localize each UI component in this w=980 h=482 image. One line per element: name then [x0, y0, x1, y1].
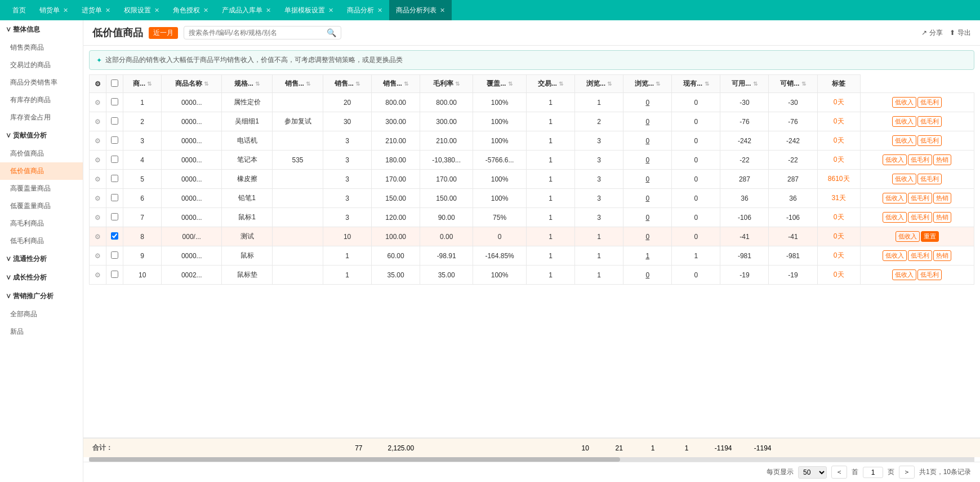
browse1-cell[interactable]: 0	[623, 189, 672, 208]
checkbox-cell[interactable]	[106, 131, 123, 151]
sidebar-item-high-margin[interactable]: 高毛利商品	[0, 215, 83, 232]
checkbox-cell[interactable]	[106, 93, 123, 112]
row-checkbox[interactable]	[111, 98, 118, 105]
sidebar-item-sales-products[interactable]: 销售类商品	[0, 39, 83, 56]
sort-icon[interactable]: ⇅	[508, 81, 513, 87]
tag-label[interactable]: 低收入	[892, 135, 916, 146]
sort-icon[interactable]: ⇅	[801, 81, 806, 87]
tag-label[interactable]: 低收入	[883, 212, 907, 223]
tag-label[interactable]: 低收入	[892, 116, 916, 127]
browse1-cell[interactable]: 0	[623, 227, 672, 246]
tag-label[interactable]: 低毛利	[908, 250, 932, 261]
per-page-select[interactable]: 50 20 100	[798, 466, 827, 479]
close-icon[interactable]: ✕	[63, 7, 68, 14]
checkbox-cell[interactable]	[106, 189, 123, 208]
sort-icon[interactable]: ⇅	[753, 81, 758, 87]
sidebar-group-growth[interactable]: ∨ 成长性分析	[0, 268, 83, 287]
settings-cell[interactable]: ⚙	[90, 246, 106, 266]
browse1-cell[interactable]: 0	[623, 151, 672, 170]
close-icon[interactable]: ✕	[203, 7, 208, 14]
row-checkbox[interactable]	[111, 175, 118, 182]
sidebar-item-stock-products[interactable]: 有库存的商品	[0, 91, 83, 109]
select-all-checkbox[interactable]	[111, 79, 118, 87]
nav-home[interactable]: 首页	[6, 0, 33, 20]
tag-label[interactable]: 低毛利	[908, 193, 932, 204]
page-input[interactable]	[863, 467, 883, 478]
settings-cell[interactable]: ⚙	[90, 189, 106, 208]
nav-purchase-order[interactable]: 进货单 ✕	[75, 0, 117, 20]
search-input[interactable]	[189, 29, 327, 37]
close-icon[interactable]: ✕	[440, 7, 445, 14]
tag-label[interactable]: 低收入	[883, 250, 907, 261]
row-checkbox[interactable]	[111, 213, 118, 220]
sidebar-group-marketing[interactable]: ∨ 营销推广分析	[0, 287, 83, 306]
sort-icon[interactable]: ⇅	[147, 81, 152, 87]
tag-label[interactable]: 低收入	[896, 231, 920, 242]
share-button[interactable]: ↗ 分享	[921, 28, 943, 38]
sidebar-group-overall[interactable]: ∨ 整体信息	[0, 20, 83, 39]
sort-icon[interactable]: ⇅	[355, 81, 360, 87]
close-icon[interactable]: ✕	[105, 7, 110, 14]
nav-sales-order[interactable]: 销货单 ✕	[33, 0, 75, 20]
close-icon[interactable]: ✕	[154, 7, 159, 14]
sort-icon[interactable]: ⇅	[455, 81, 460, 87]
nav-template-settings[interactable]: 单据模板设置 ✕	[278, 0, 340, 20]
tag-label[interactable]: 热销	[933, 154, 951, 165]
horizontal-scrollbar[interactable]	[89, 457, 974, 462]
first-page-button[interactable]: ＜	[831, 466, 847, 479]
table-container[interactable]: ⚙ 商... ⇅ 商品名称 ⇅ 规格... ⇅ 销售... ⇅ 销售... ⇅ …	[83, 74, 980, 437]
sidebar-item-category-sales-rate[interactable]: 商品分类销售率	[0, 74, 83, 91]
tag-label[interactable]: 低毛利	[917, 135, 942, 146]
settings-cell[interactable]: ⚙	[90, 93, 106, 112]
sidebar-item-traded-products[interactable]: 交易过的商品	[0, 56, 83, 74]
export-button[interactable]: ⬆ 导出	[950, 28, 971, 38]
browse1-cell[interactable]: 0	[623, 112, 672, 131]
sidebar-item-stock-capital[interactable]: 库存资金占用	[0, 109, 83, 126]
row-checkbox[interactable]	[111, 271, 118, 278]
sidebar-item-all-products[interactable]: 全部商品	[0, 306, 83, 323]
sidebar-group-contribution[interactable]: ∨ 贡献值分析	[0, 126, 83, 145]
settings-cell[interactable]: ⚙	[90, 112, 106, 131]
settings-cell[interactable]: ⚙	[90, 266, 106, 285]
tag-label[interactable]: 低收入	[883, 154, 907, 165]
sort-icon[interactable]: ⇅	[705, 81, 709, 87]
next-page-button[interactable]: ＞	[899, 466, 915, 479]
scrollbar-thumb[interactable]	[89, 457, 620, 462]
checkbox-cell[interactable]	[106, 227, 123, 246]
tag-label[interactable]: 低毛利	[917, 174, 942, 184]
row-checkbox[interactable]	[111, 117, 118, 125]
sort-icon[interactable]: ⇅	[607, 81, 612, 87]
nav-permission-settings[interactable]: 权限设置 ✕	[117, 0, 166, 20]
sidebar-item-high-coverage[interactable]: 高覆盖量商品	[0, 180, 83, 197]
sidebar-item-new-products[interactable]: 新品	[0, 323, 83, 341]
close-icon[interactable]: ✕	[328, 7, 333, 14]
sort-icon[interactable]: ⇅	[404, 81, 408, 87]
nav-product-stock[interactable]: 产成品入库单 ✕	[215, 0, 278, 20]
settings-cell[interactable]: ⚙	[90, 227, 106, 246]
tag-label[interactable]: 低毛利	[908, 154, 932, 165]
checkbox-cell[interactable]	[106, 151, 123, 170]
sidebar-item-high-value[interactable]: 高价值商品	[0, 145, 83, 162]
tag-label[interactable]: 低毛利	[908, 212, 932, 223]
checkbox-cell[interactable]	[106, 246, 123, 266]
tag-label[interactable]: 低毛利	[917, 116, 942, 127]
tag-label[interactable]: 热销	[933, 193, 951, 204]
settings-cell[interactable]: ⚙	[90, 170, 106, 189]
sidebar-item-low-margin[interactable]: 低毛利商品	[0, 232, 83, 250]
settings-cell[interactable]: ⚙	[90, 208, 106, 227]
browse1-cell[interactable]: 0	[623, 93, 672, 112]
sidebar-item-low-coverage[interactable]: 低覆盖量商品	[0, 197, 83, 215]
tag-label[interactable]: 低收入	[892, 174, 916, 184]
browse1-cell[interactable]: 1	[623, 246, 672, 266]
tag-label[interactable]: 热销	[933, 212, 951, 223]
checkbox-cell[interactable]	[106, 112, 123, 131]
nav-product-analysis-list[interactable]: 商品分析列表 ✕	[389, 0, 452, 20]
settings-cell[interactable]: ⚙	[90, 131, 106, 151]
search-icon[interactable]: 🔍	[327, 28, 336, 37]
settings-column-header[interactable]: ⚙	[90, 75, 106, 93]
tag-label[interactable]: 低收入	[883, 193, 907, 204]
tag-label[interactable]: 低收入	[892, 269, 916, 280]
row-checkbox[interactable]	[111, 156, 118, 163]
tag-label[interactable]: 低毛利	[917, 97, 942, 108]
row-checkbox[interactable]	[111, 251, 118, 259]
